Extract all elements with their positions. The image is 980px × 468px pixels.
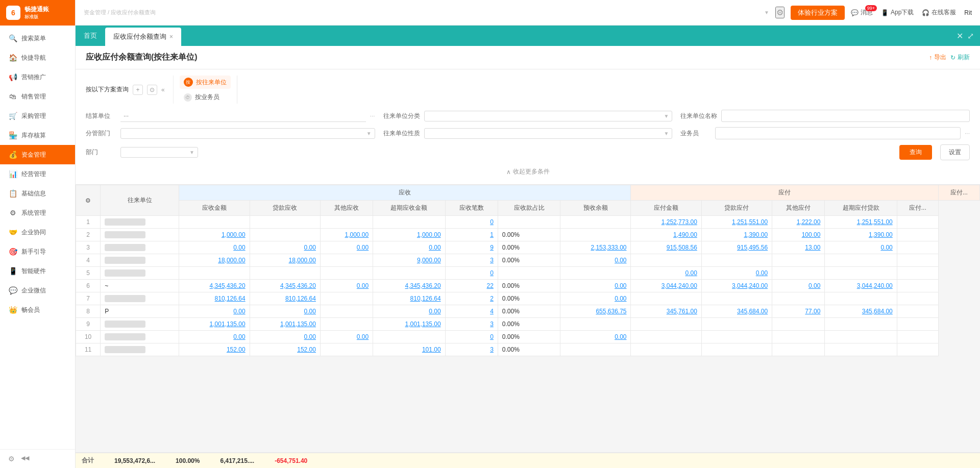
online-service-action[interactable]: 🎧 在线客服 <box>922 8 956 17</box>
table-cell[interactable]: 152.00 <box>250 343 320 356</box>
table-cell[interactable]: 3,044,240.00 <box>825 280 897 292</box>
filter-salesperson-input[interactable] <box>715 127 961 139</box>
table-cell[interactable]: 1,390.00 <box>701 229 772 241</box>
table-cell[interactable]: 1,490.00 <box>631 229 701 241</box>
table-cell[interactable]: 0.00 <box>320 280 373 292</box>
table-cell[interactable]: 0.00 <box>250 241 320 254</box>
settlement-more-icon[interactable]: ··· <box>370 112 375 119</box>
sidebar-item-basic[interactable]: 📋 基础信息 <box>0 184 75 203</box>
table-cell[interactable]: 1,390.00 <box>825 229 897 241</box>
table-cell[interactable]: 9,000.00 <box>373 254 445 267</box>
sidebar-item-member[interactable]: 👑 畅会员 <box>0 300 75 319</box>
filter-name-input[interactable] <box>721 110 970 122</box>
table-cell[interactable]: 4,345,436.20 <box>373 280 445 292</box>
sidebar-item-system[interactable]: ⚙ 系统管理 <box>0 203 75 223</box>
table-cell[interactable]: 2,153,333.00 <box>560 241 631 254</box>
table-cell[interactable]: 0.00 <box>701 267 772 280</box>
table-cell[interactable]: 0.00% <box>498 280 560 292</box>
topbar-gear-button[interactable]: ⚙ <box>775 7 785 18</box>
table-cell[interactable]: 0.00% <box>498 292 560 305</box>
refresh-button[interactable]: ↻ 刷新 <box>950 53 970 62</box>
table-cell[interactable]: 3 <box>445 254 498 267</box>
table-cell[interactable]: 0.00 <box>179 331 250 343</box>
export-button[interactable]: ↑ 导出 <box>929 53 946 62</box>
filter-category-select[interactable]: ▼ <box>424 111 673 121</box>
scheme-item-salesperson[interactable]: ⏱ 按业务员 <box>180 91 231 104</box>
table-cell[interactable]: 0.00 <box>250 305 320 318</box>
table-cell[interactable]: 1,001,135.00 <box>250 318 320 331</box>
table-cell[interactable]: 810,126.64 <box>179 292 250 305</box>
tab-close-icon[interactable]: × <box>169 33 173 40</box>
table-cell[interactable]: 4 <box>445 305 498 318</box>
table-cell[interactable]: 0.00% <box>498 318 560 331</box>
table-wrapper[interactable]: ⚙ 往来单位 应收 应付 应付... 应收金额 贷款应收 其他应收 超期应收金额… <box>76 185 980 452</box>
table-cell[interactable]: 0.00% <box>498 331 560 343</box>
footer-collapse-icon[interactable]: ◀◀ <box>21 455 29 463</box>
tabbar-expand-button[interactable]: ⤢ <box>967 31 974 41</box>
table-cell[interactable]: 0.00% <box>498 343 560 356</box>
filter-add-button[interactable]: + <box>133 85 143 95</box>
user-info[interactable]: Rit <box>964 9 972 16</box>
salesperson-more-icon[interactable]: ··· <box>965 130 970 137</box>
table-cell[interactable]: 0.00 <box>825 241 897 254</box>
table-cell[interactable]: 0.00 <box>373 305 445 318</box>
table-cell[interactable]: 77.00 <box>772 305 825 318</box>
table-cell[interactable]: 915,495.56 <box>701 241 772 254</box>
table-cell[interactable]: 1,001,135.00 <box>179 318 250 331</box>
table-cell[interactable]: 100.00 <box>772 229 825 241</box>
table-cell[interactable]: 0.00 <box>250 331 320 343</box>
sidebar-item-operations[interactable]: 📊 经营管理 <box>0 164 75 184</box>
sidebar-item-quick[interactable]: 🏠 快捷导航 <box>0 48 75 67</box>
table-cell[interactable]: 0.00 <box>179 305 250 318</box>
app-download-action[interactable]: 📱 App下载 <box>881 8 914 17</box>
table-cell[interactable]: 0.00% <box>498 254 560 267</box>
filter-dept-select[interactable]: ▼ <box>120 128 375 139</box>
table-cell[interactable]: 0.00% <box>498 229 560 241</box>
table-cell[interactable]: 0.00 <box>631 267 701 280</box>
sidebar-item-inventory[interactable]: 🏪 库存核算 <box>0 126 75 145</box>
sidebar-item-marketing[interactable]: 📢 营销推广 <box>0 67 75 87</box>
filter-settlement-input[interactable] <box>120 110 366 122</box>
table-cell[interactable]: 13.00 <box>772 241 825 254</box>
table-cell[interactable]: 18,000.00 <box>250 254 320 267</box>
query-button[interactable]: 查询 <box>899 145 932 160</box>
table-cell[interactable]: 0 <box>445 216 498 229</box>
table-cell[interactable]: 3 <box>445 343 498 356</box>
sidebar-item-sales[interactable]: 🛍 销售管理 <box>0 87 75 106</box>
table-cell[interactable]: 2 <box>445 292 498 305</box>
table-cell[interactable]: 152.00 <box>179 343 250 356</box>
table-cell[interactable]: 0.00 <box>560 280 631 292</box>
table-cell[interactable]: 0.00% <box>498 305 560 318</box>
table-cell[interactable]: 4,345,436.20 <box>250 280 320 292</box>
sidebar-item-finance[interactable]: 💰 资金管理 <box>0 145 75 164</box>
table-cell[interactable]: 101.00 <box>373 343 445 356</box>
sidebar-item-collab[interactable]: 🤝 企业协同 <box>0 223 75 242</box>
sidebar-item-search[interactable]: 🔍 搜索菜单 <box>0 29 75 48</box>
messages-action[interactable]: 💬 消息 99+ <box>851 8 873 17</box>
table-cell[interactable]: 18,000.00 <box>179 254 250 267</box>
filter-collapse-button[interactable]: « <box>161 86 165 93</box>
table-cell[interactable]: 810,126.64 <box>373 292 445 305</box>
table-cell[interactable]: 1,251,551.00 <box>701 216 772 229</box>
table-cell[interactable]: 0.00 <box>560 331 631 343</box>
breadcrumb-chevron-icon[interactable]: ▼ <box>764 10 769 15</box>
sidebar-item-purchase[interactable]: 🛒 采购管理 <box>0 106 75 126</box>
filter-settings-button[interactable]: ⊙ <box>147 85 157 95</box>
table-cell[interactable]: 0.00 <box>320 331 373 343</box>
table-cell[interactable]: 0.00 <box>560 292 631 305</box>
table-cell[interactable]: 3 <box>445 318 498 331</box>
table-cell[interactable]: 4,345,436.20 <box>179 280 250 292</box>
tab-query[interactable]: 应收应付余额查询 × <box>105 28 181 46</box>
table-cell[interactable]: 1,000.00 <box>320 229 373 241</box>
table-cell[interactable]: 0 <box>445 267 498 280</box>
table-cell[interactable]: 1,000.00 <box>179 229 250 241</box>
table-cell[interactable]: 1 <box>445 229 498 241</box>
table-cell[interactable]: 0.00 <box>772 280 825 292</box>
table-cell[interactable]: 1,251,551.00 <box>825 216 897 229</box>
table-cell[interactable]: 0 <box>445 331 498 343</box>
table-cell[interactable]: 655,636.75 <box>560 305 631 318</box>
table-cell[interactable]: 1,000.00 <box>373 229 445 241</box>
table-cell[interactable]: 9 <box>445 241 498 254</box>
table-cell[interactable]: 345,684.00 <box>701 305 772 318</box>
sidebar-item-wechat[interactable]: 💬 企业微信 <box>0 281 75 300</box>
